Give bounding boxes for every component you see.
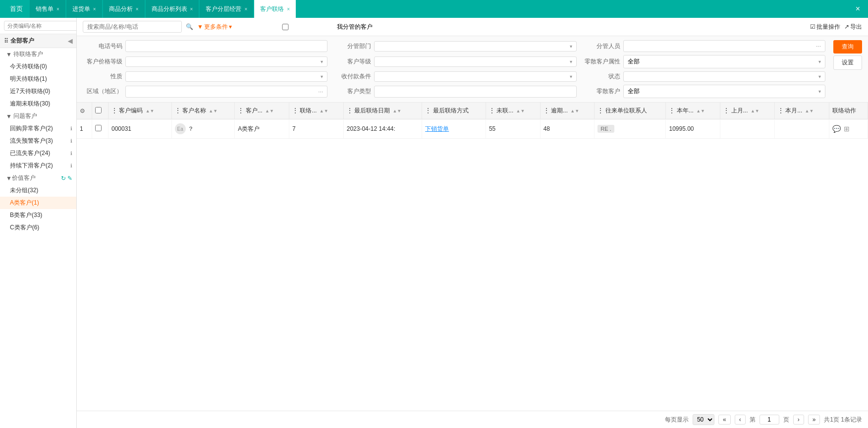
close-purchase-tab[interactable]: × [93, 6, 96, 12]
close-product-analysis-list-tab[interactable]: × [190, 6, 193, 12]
chat-icon[interactable]: 💬 [832, 125, 841, 133]
prev-page-btn[interactable]: ‹ [735, 415, 746, 425]
sidebar-item-unclassified[interactable]: 未分组(32) [0, 184, 76, 197]
tab-customer-contact[interactable]: 客户联络 × [254, 0, 296, 18]
sidebar-item-today-contact[interactable]: 今天待联络(0) [0, 60, 76, 73]
filter-retail-attr-select[interactable]: 全部 ▾ [623, 55, 825, 68]
grid-icon: ⠿ [4, 38, 8, 45]
sidebar-search-input[interactable] [4, 21, 77, 31]
refresh-icon[interactable]: ↻ [61, 175, 66, 182]
table-header-row: ⚙ ⋮ 客户编码 ▲▼ ⋮ 客户名称 ▲▼ [77, 103, 868, 119]
settings-button[interactable]: 设置 [833, 55, 862, 70]
all-customers-header[interactable]: ⠿ 全部客户 ◀ [0, 34, 76, 48]
select-all-checkbox[interactable] [95, 107, 102, 113]
close-customer-contact-tab[interactable]: × [287, 6, 290, 12]
expand-triangle-2-icon: ▼ [6, 113, 12, 120]
filter-payment-select[interactable]: ▾ [374, 71, 576, 82]
col-settings: ⚙ [77, 103, 92, 119]
filter-dept-select[interactable]: ▾ [374, 41, 576, 52]
filter-customer-type: 客户类型 [331, 86, 576, 98]
close-customer-tier-tab[interactable]: × [244, 6, 247, 12]
row-this-year: 10995.00 [666, 119, 720, 139]
table-row: 1 000031 Ea ？ A类客户 7 20 [77, 119, 868, 139]
sidebar-item-c-class[interactable]: C类客户(6) [0, 221, 76, 234]
group-actions: ↻ ✎ [61, 175, 72, 182]
filter-dept: 分管部门 ▾ [331, 41, 576, 52]
col-last-month: ⋮ 上月... ▲▼ [720, 103, 775, 119]
search-input[interactable] [83, 21, 182, 33]
query-button[interactable]: 查询 [833, 40, 862, 54]
filter-row-4: 区域（地区） ··· 客户类型 零散客户 [83, 85, 825, 98]
tab-product-analysis[interactable]: 商品分析 × [103, 0, 145, 18]
dept-select-arrow-icon: ▾ [570, 44, 572, 49]
sidebar-item-overdue-contact[interactable]: 逾期未联络(30) [0, 98, 76, 110]
home-tab[interactable]: 首页 [4, 0, 29, 18]
sidebar-item-churn-warning[interactable]: 流失预警客户(3) ℹ [0, 135, 76, 147]
filter-status: 状态 ▾ [581, 71, 825, 82]
payment-arrow-icon: ▾ [570, 74, 572, 79]
filter-manager-label: 分管人员 [581, 42, 620, 51]
per-page-select[interactable]: 50 [693, 414, 714, 425]
page-label: 第 [750, 416, 756, 424]
page-input[interactable] [760, 415, 779, 425]
close-sales-tab[interactable]: × [56, 6, 59, 12]
region-dots-icon: ··· [318, 88, 323, 95]
filter-region: 区域（地区） ··· [83, 86, 327, 98]
tab-purchase[interactable]: 进货单 × [66, 0, 102, 18]
filter-icon: ▼ [197, 23, 203, 30]
table-settings-icon[interactable]: ⚙ [80, 107, 85, 114]
filter-retail-customer-select[interactable]: 全部 ▾ [623, 85, 825, 98]
last-method-link[interactable]: 下销货单 [425, 125, 449, 132]
row-checkbox[interactable] [95, 125, 102, 131]
edit-group-icon[interactable]: ✎ [67, 175, 72, 182]
group-pending-contact[interactable]: ▼ 待联络客户 [0, 48, 76, 60]
collapse-all-icon[interactable]: ◀ [68, 38, 72, 45]
search-button-icon[interactable]: 🔍 [186, 23, 193, 30]
last-page-btn[interactable]: » [808, 415, 820, 425]
filter-price-level-select[interactable]: ▾ [125, 56, 327, 67]
batch-op-btn[interactable]: ☑ 批量操作 [810, 23, 840, 31]
sidebar-item-b-class[interactable]: B类客户(33) [0, 209, 76, 221]
col-checkbox [92, 103, 108, 119]
nature-arrow-icon: ▾ [321, 74, 323, 79]
group-problem-customers[interactable]: ▼ 问题客户 [0, 110, 76, 122]
sidebar-item-a-class[interactable]: A类客户(1) [0, 197, 76, 209]
col-last-method: ⋮ 最后联络方式 [422, 103, 486, 119]
this-month-sort-icon: ▲▼ [805, 108, 814, 113]
close-window-btn[interactable]: × [852, 4, 864, 13]
filter-customer-level: 客户等级 ▾ [331, 56, 576, 67]
sidebar-item-tomorrow-contact[interactable]: 明天待联络(1) [0, 73, 76, 85]
content-area: 🔍 ▼ 更多条件 ▾ 我分管的客户 ☑ 批量操作 ↗ 导出 [77, 18, 868, 428]
col-this-month: ⋮ 本月... ▲▼ [774, 103, 829, 119]
filter-region-select[interactable]: ··· [125, 86, 327, 98]
code-sort-icon: ▲▼ [146, 108, 155, 113]
first-page-btn[interactable]: « [718, 415, 731, 425]
filter-status-select[interactable]: ▾ [623, 71, 825, 82]
filter-nature-label: 性质 [83, 72, 122, 81]
filter-customer-level-select[interactable]: ▾ [374, 56, 576, 67]
my-customers-checkbox-label[interactable]: 我分管的客户 [236, 23, 373, 31]
export-btn[interactable]: ↗ 导出 [844, 23, 862, 31]
type-sort-icon: ▲▼ [265, 108, 274, 113]
filter-phone-input[interactable] [125, 40, 327, 52]
main-layout: 🔍 ⠿ 全部客户 ◀ ▼ 待联络客户 今天待联络(0) 明天待联络(1) 近7天… [0, 18, 868, 428]
close-product-analysis-tab[interactable]: × [136, 6, 139, 12]
retail-attr-arrow-icon: ▾ [818, 59, 821, 64]
my-customers-checkbox[interactable] [236, 24, 335, 30]
sidebar-item-declining-customers[interactable]: 持续下滑客户(2) ℹ [0, 160, 76, 172]
tab-sales[interactable]: 销售单 × [30, 0, 65, 18]
sidebar-item-lost-customers[interactable]: 已流失客户(24) ℹ [0, 147, 76, 160]
sidebar-item-7days-contact[interactable]: 近7天待联络(0) [0, 85, 76, 98]
filter-manager-select[interactable]: ··· [623, 40, 825, 52]
action-buttons: 查询 设置 [833, 40, 862, 98]
filter-nature-select[interactable]: ▾ [125, 71, 327, 82]
next-page-btn[interactable]: › [793, 415, 804, 425]
tab-customer-tier[interactable]: 客户分层经营 × [200, 0, 253, 18]
qr-icon[interactable]: ⊞ [844, 125, 850, 133]
group-value-customers[interactable]: ▼ 价值客户 ↻ ✎ [0, 172, 76, 184]
tab-product-analysis-list[interactable]: 商品分析列表 × [146, 0, 199, 18]
filter-manager: 分管人员 ··· [581, 40, 825, 52]
sidebar-item-repurchase-abnormal[interactable]: 回购异常客户(2) ℹ [0, 122, 76, 135]
more-filters-btn[interactable]: ▼ 更多条件 ▾ [197, 23, 232, 31]
filter-customer-type-input[interactable] [374, 86, 576, 98]
